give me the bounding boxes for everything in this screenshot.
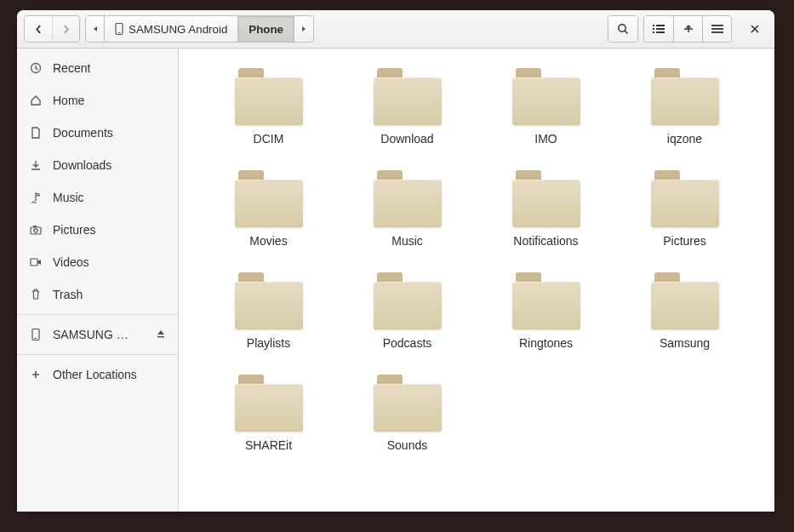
sidebar: Recent Home Documents Downloads Music Pi… (17, 49, 179, 512)
sidebar-item-label: Videos (53, 255, 89, 269)
folder-icon (512, 66, 580, 125)
svg-rect-1 (118, 32, 121, 33)
breadcrumb: SAMSUNG Android Phone (85, 15, 314, 43)
svg-rect-16 (33, 226, 37, 227)
svg-point-2 (619, 25, 625, 31)
folder-item[interactable]: iqzone (615, 66, 754, 146)
folder-name: Notifications (513, 234, 578, 248)
folder-item[interactable]: Music (338, 168, 477, 248)
folder-name: Download (380, 132, 433, 146)
folder-icon (651, 270, 719, 329)
sidebar-item-recent[interactable]: Recent (17, 52, 178, 84)
folder-item[interactable]: DCIM (199, 66, 338, 146)
breadcrumb-scroll-left[interactable] (86, 16, 105, 42)
svg-rect-8 (653, 31, 654, 33)
svg-rect-9 (656, 31, 665, 33)
view-options-button[interactable] (673, 16, 702, 42)
folder-item[interactable]: Movies (199, 168, 338, 248)
chevron-right-icon (61, 25, 71, 34)
folder-icon (512, 168, 580, 227)
folder-item[interactable]: Samsung (615, 270, 754, 350)
view-options-icon (683, 25, 694, 33)
folder-item[interactable]: Sounds (338, 372, 477, 452)
music-icon (29, 192, 43, 203)
svg-rect-4 (653, 25, 654, 26)
folder-grid[interactable]: DCIMDownloadIMOiqzoneMoviesMusicNotifica… (179, 49, 774, 512)
sidebar-item-label: Recent (53, 61, 90, 75)
sidebar-item-device[interactable]: SAMSUNG … (17, 318, 178, 351)
sidebar-item-videos[interactable]: Videos (17, 246, 178, 278)
phone-icon (115, 23, 123, 35)
trash-icon (29, 289, 43, 300)
folder-item[interactable]: Download (338, 66, 477, 146)
folder-item[interactable]: SHAREit (199, 372, 338, 452)
folder-name: Ringtones (519, 336, 573, 350)
folder-name: Pictures (663, 234, 706, 248)
breadcrumb-scroll-right[interactable] (294, 16, 313, 42)
breadcrumb-segment-device[interactable]: SAMSUNG Android (105, 16, 238, 42)
folder-item[interactable]: Playlists (199, 270, 338, 350)
sidebar-item-music[interactable]: Music (17, 181, 178, 214)
folder-icon (651, 66, 719, 125)
folder-icon (235, 372, 303, 432)
file-manager-window: SAMSUNG Android Phone (17, 10, 774, 512)
breadcrumb-segment-current[interactable]: Phone (238, 16, 294, 42)
folder-name: Sounds (387, 438, 427, 452)
toolbar-search-group (608, 15, 638, 43)
chevron-left-icon (34, 25, 43, 34)
hamburger-menu-button[interactable] (702, 16, 731, 42)
folder-item[interactable]: Ringtones (477, 270, 615, 350)
breadcrumb-label: Phone (248, 23, 283, 36)
folder-icon (512, 270, 580, 329)
folder-name: Samsung (660, 336, 710, 350)
home-icon (29, 94, 43, 106)
breadcrumb-label: SAMSUNG Android (129, 23, 227, 36)
phone-icon (29, 329, 43, 340)
svg-rect-19 (35, 338, 37, 339)
view-list-button[interactable] (644, 16, 673, 42)
body-area: Recent Home Documents Downloads Music Pi… (17, 49, 774, 512)
download-icon (29, 159, 43, 171)
document-icon (29, 127, 43, 139)
search-button[interactable] (608, 16, 637, 42)
folder-item[interactable]: Podcasts (338, 270, 477, 350)
svg-line-3 (625, 31, 627, 33)
nav-forward-button[interactable] (52, 16, 79, 42)
svg-rect-10 (711, 25, 723, 26)
folder-name: Playlists (247, 336, 290, 350)
sidebar-separator (17, 314, 178, 315)
folder-icon (651, 168, 719, 227)
folder-name: Podcasts (383, 336, 432, 350)
folder-icon (235, 66, 303, 125)
search-icon (617, 23, 629, 35)
sidebar-item-pictures[interactable]: Pictures (17, 214, 178, 246)
close-icon (750, 24, 760, 34)
sidebar-item-home[interactable]: Home (17, 84, 178, 117)
sidebar-item-label: Documents (53, 126, 113, 140)
folder-item[interactable]: Notifications (477, 168, 615, 248)
sidebar-item-other-locations[interactable]: Other Locations (17, 358, 178, 391)
eject-button[interactable] (156, 328, 166, 341)
folder-item[interactable]: Pictures (615, 168, 754, 248)
camera-icon (29, 225, 43, 235)
folder-icon (235, 270, 303, 329)
folder-item[interactable]: IMO (477, 66, 615, 146)
sidebar-item-documents[interactable]: Documents (17, 117, 178, 149)
folder-name: Movies (249, 234, 287, 248)
folder-name: IMO (534, 132, 557, 146)
sidebar-item-trash[interactable]: Trash (17, 278, 178, 311)
list-icon (653, 24, 665, 34)
nav-back-button[interactable] (25, 16, 52, 42)
nav-back-forward (24, 15, 80, 43)
triangle-right-icon (300, 25, 307, 33)
sidebar-item-downloads[interactable]: Downloads (17, 149, 178, 181)
folder-name: Music (391, 234, 423, 248)
svg-rect-7 (656, 28, 665, 30)
sidebar-item-label: Downloads (53, 158, 111, 172)
svg-rect-17 (31, 259, 37, 266)
folder-name: iqzone (667, 132, 702, 146)
sidebar-item-label: SAMSUNG … (53, 328, 129, 341)
titlebar: SAMSUNG Android Phone (17, 10, 774, 49)
clock-icon (29, 62, 43, 74)
window-close-button[interactable] (742, 16, 768, 42)
